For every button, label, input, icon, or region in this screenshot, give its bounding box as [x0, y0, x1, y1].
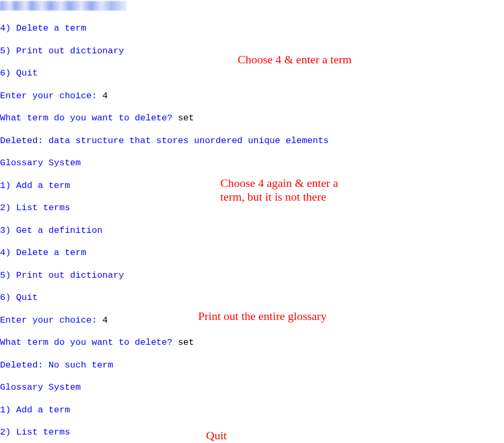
terminal-output: 4) Delete a term 5) Print out dictionary… [0, 12, 442, 443]
deleted-result: Deleted: data structure that stores unor… [0, 135, 442, 146]
enter-choice-prompt: Enter your choice: [0, 315, 102, 325]
delete-prompt: What term do you want to delete? [0, 337, 178, 347]
menu-item: 6) Quit [0, 68, 442, 79]
annotation-choose-4-enter: Choose 4 & enter a term [238, 53, 352, 67]
prompt-line: What term do you want to delete? set [0, 337, 442, 348]
deleted-result: Deleted: No such term [0, 360, 442, 371]
glossary-system-title: Glossary System [0, 157, 442, 168]
menu-item: 5) Print out dictionary [0, 270, 442, 281]
blurred-header [0, 1, 127, 11]
glossary-system-title: Glossary System [0, 382, 442, 393]
menu-item: 6) Quit [0, 292, 442, 303]
menu-item: 4) Delete a term [0, 247, 442, 258]
menu-item: 3) Get a definition [0, 225, 442, 236]
annotation-choose-4-again: Choose 4 again & enter a term, but it is… [220, 176, 338, 204]
prompt-line: Enter your choice: 4 [0, 90, 442, 101]
prompt-line: What term do you want to delete? set [0, 112, 442, 124]
user-input-choice: 4 [102, 91, 108, 101]
user-input-choice: 4 [102, 315, 108, 325]
menu-item: 5) Print out dictionary [0, 45, 442, 56]
annotation-quit: Quit [206, 429, 227, 442]
enter-choice-prompt: Enter your choice: [0, 91, 102, 101]
delete-prompt: What term do you want to delete? [0, 113, 178, 123]
user-input-term: set [178, 337, 194, 347]
menu-item: 4) Delete a term [0, 23, 442, 34]
annotation-print-glossary: Print out the entire glossary [198, 309, 326, 323]
user-input-term: set [178, 113, 194, 123]
menu-item: 1) Add a term [0, 404, 442, 416]
